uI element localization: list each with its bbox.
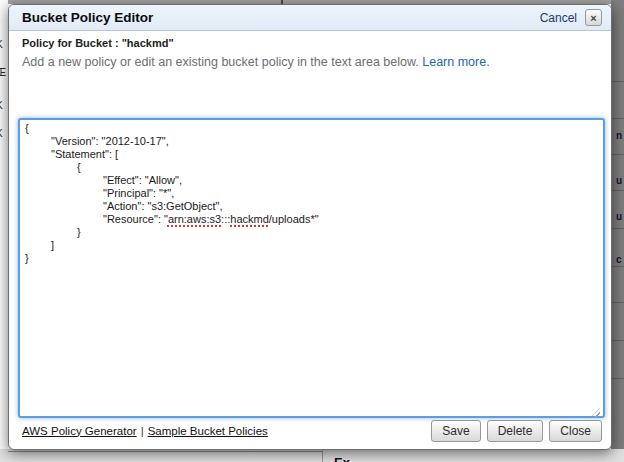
backdrop-row-line <box>611 340 624 341</box>
policy-editor[interactable]: { "Version": "2012-10-17", "Statement": … <box>18 118 605 418</box>
description-text: Add a new policy or edit an existing buc… <box>22 55 419 69</box>
footer-buttons: Save Delete Close <box>431 420 602 442</box>
dialog-header-actions: Cancel × <box>540 9 602 26</box>
backdrop-row-line <box>611 266 624 267</box>
aws-policy-generator-link[interactable]: AWS Policy Generator <box>22 425 137 437</box>
footer-links: AWS Policy Generator|Sample Bucket Polic… <box>22 425 268 437</box>
backdrop-left: K Œ K K <box>0 0 8 462</box>
backdrop-bottom: Ex <box>0 449 624 462</box>
bucket-policy-editor-dialog: Bucket Policy Editor Cancel × Policy for… <box>8 4 612 450</box>
backdrop-row-line <box>611 118 624 119</box>
backdrop-text-fragment: K <box>0 100 3 111</box>
backdrop-text-fragment: K <box>0 128 3 139</box>
link-separator: | <box>141 425 144 437</box>
backdrop-row-line <box>611 81 624 82</box>
backdrop-row-line <box>611 378 624 379</box>
backdrop-text-fragment: c <box>616 254 622 265</box>
backdrop-row-line <box>611 302 624 303</box>
cancel-link[interactable]: Cancel <box>540 11 577 25</box>
backdrop-row-line <box>611 228 624 229</box>
backdrop-divider <box>8 451 322 452</box>
delete-button[interactable]: Delete <box>487 420 544 442</box>
backdrop-column-divider <box>322 449 323 462</box>
backdrop-text-fragment: Ex <box>334 455 350 462</box>
dialog-description: Add a new policy or edit an existing buc… <box>22 55 490 69</box>
save-button[interactable]: Save <box>431 420 480 442</box>
backdrop-text-fragment: n <box>616 130 622 141</box>
policy-for-bucket-label: Policy for Bucket : "hackmd" <box>22 37 174 49</box>
backdrop-row-line <box>611 154 624 155</box>
backdrop-right: n u u c <box>611 0 624 462</box>
dialog-footer: AWS Policy Generator|Sample Bucket Polic… <box>22 419 602 442</box>
dialog-header: Bucket Policy Editor Cancel × <box>9 5 611 31</box>
backdrop-text-fragment: Œ <box>0 67 6 78</box>
dialog-title: Bucket Policy Editor <box>22 10 153 25</box>
learn-more-link[interactable]: Learn more. <box>422 55 489 69</box>
backdrop-text-fragment: K <box>0 39 3 50</box>
backdrop-text-fragment: u <box>616 175 622 186</box>
backdrop-text-fragment: u <box>616 211 622 222</box>
close-icon[interactable]: × <box>585 9 602 26</box>
close-button[interactable]: Close <box>549 420 602 442</box>
backdrop-row-line <box>611 190 624 191</box>
sample-bucket-policies-link[interactable]: Sample Bucket Policies <box>148 425 268 437</box>
